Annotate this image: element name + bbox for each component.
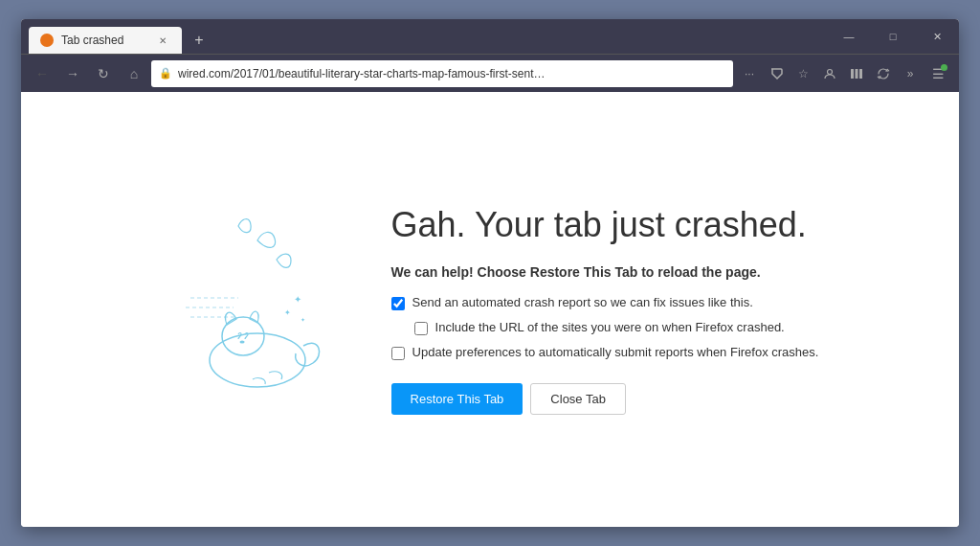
tab-close-button[interactable]: ✕ <box>155 33 170 48</box>
browser-tab[interactable]: Tab crashed ✕ <box>29 27 182 54</box>
crash-report-label: Send an automated crash report so we can… <box>412 295 753 309</box>
reload-button[interactable]: ↻ <box>90 60 117 87</box>
restore-tab-button[interactable]: Restore This Tab <box>391 383 523 415</box>
svg-rect-1 <box>851 69 854 79</box>
back-button[interactable]: ← <box>29 60 56 87</box>
browser-window: Tab crashed ✕ + — □ ✕ ← → ↻ <box>21 19 959 527</box>
svg-point-0 <box>828 69 833 74</box>
content-area: ✦ ✦ ✦ <box>21 92 959 527</box>
new-tab-button[interactable]: + <box>186 27 212 54</box>
crash-report-checkbox[interactable] <box>391 297 405 310</box>
crash-container: ✦ ✦ ✦ <box>162 204 819 415</box>
action-buttons: Restore This Tab Close Tab <box>391 383 819 415</box>
crash-subtitle: We can help! Choose Restore This Tab to … <box>391 264 819 280</box>
update-badge <box>941 64 947 71</box>
svg-text:✦: ✦ <box>301 317 305 323</box>
address-bar[interactable]: 🔒 wired.com/2017/01/beautiful-literary-s… <box>151 60 733 87</box>
maximize-button[interactable]: □ <box>871 19 915 54</box>
lock-icon: 🔒 <box>159 67 172 80</box>
svg-point-10 <box>210 333 305 387</box>
window-controls: — □ ✕ <box>827 19 959 54</box>
tab-area: Tab crashed ✕ + <box>21 19 212 54</box>
account-icon[interactable] <box>817 61 842 86</box>
titlebar: Tab crashed ✕ + — □ ✕ <box>21 19 959 54</box>
svg-point-12 <box>239 341 244 344</box>
library-icon[interactable] <box>844 61 869 86</box>
svg-rect-3 <box>859 69 862 79</box>
close-tab-button[interactable]: Close Tab <box>530 383 626 415</box>
address-text: wired.com/2017/01/beautiful-literary-sta… <box>178 67 725 80</box>
include-url-label: Include the URL of the sites you were on… <box>435 320 785 334</box>
menu-button[interactable]: ☰ <box>924 60 951 87</box>
option-row-3: Update preferences to automatically subm… <box>391 345 819 360</box>
minimize-button[interactable]: — <box>827 19 871 54</box>
svg-text:✦: ✦ <box>284 308 291 317</box>
svg-rect-2 <box>856 69 858 79</box>
tab-favicon <box>40 34 54 47</box>
bookmark-icon[interactable]: ☆ <box>791 61 815 86</box>
toolbar: ← → ↻ ⌂ 🔒 wired.com/2017/01/beautiful-li… <box>21 54 959 92</box>
forward-button[interactable]: → <box>59 60 86 87</box>
svg-text:✦: ✦ <box>294 294 301 305</box>
crash-title: Gah. Your tab just crashed. <box>391 204 819 245</box>
tab-title: Tab crashed <box>61 34 123 47</box>
chevron-more-icon[interactable]: » <box>898 61 923 86</box>
option-row-1: Send an automated crash report so we can… <box>391 295 819 310</box>
auto-submit-label: Update preferences to automatically subm… <box>412 345 819 359</box>
include-url-checkbox[interactable] <box>414 322 428 335</box>
home-button[interactable]: ⌂ <box>121 60 147 87</box>
crash-options: Send an automated crash report so we can… <box>391 295 819 360</box>
close-button[interactable]: ✕ <box>915 19 959 54</box>
crash-text-content: Gah. Your tab just crashed. We can help!… <box>391 204 819 415</box>
crash-illustration: ✦ ✦ ✦ <box>162 212 334 407</box>
pocket-icon[interactable] <box>764 61 789 86</box>
more-icon[interactable]: ··· <box>737 61 762 86</box>
auto-submit-checkbox[interactable] <box>391 347 405 360</box>
option-row-2: Include the URL of the sites you were on… <box>414 320 819 335</box>
sync-icon[interactable] <box>871 61 896 86</box>
toolbar-actions: ··· ☆ <box>737 60 951 87</box>
